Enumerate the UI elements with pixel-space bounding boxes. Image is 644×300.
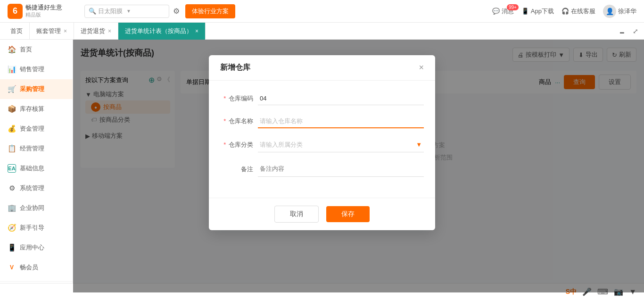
- modal-close-icon[interactable]: ×: [419, 63, 424, 73]
- search-dropdown-icon[interactable]: ▼: [126, 8, 131, 14]
- modal-body: * 仓库编码 * 仓库名称: [209, 81, 435, 198]
- sidebar-label-stock: 库存核算: [20, 105, 44, 113]
- app-label: App下载: [531, 7, 554, 16]
- experience-btn[interactable]: 体验行业方案: [185, 4, 235, 18]
- guide-icon: 🧭: [8, 224, 16, 232]
- sidebar-label-guide: 新手引导: [20, 224, 44, 232]
- vip-icon: V: [8, 263, 16, 272]
- form-row-name: * 仓库名称: [220, 115, 424, 128]
- name-label: * 仓库名称: [220, 117, 258, 125]
- tab-purchase-stat-label: 进货单统计表（按商品）: [125, 27, 192, 35]
- sidebar-label-sales: 销售管理: [20, 65, 44, 74]
- modal-new-warehouse: 新增仓库 × * 仓库编码 *: [209, 55, 435, 230]
- logo-area: 6 畅捷通好生意 精品版: [8, 4, 81, 19]
- tab-account-close[interactable]: ×: [64, 28, 67, 34]
- sidebar-item-vip[interactable]: V 畅会员: [0, 258, 73, 277]
- sidebar-label-home: 首页: [20, 45, 32, 54]
- user-name: 徐泽华: [618, 7, 636, 16]
- name-input[interactable]: [258, 115, 424, 128]
- user-btn[interactable]: 👤 徐泽华: [603, 5, 636, 18]
- cancel-button[interactable]: 取消: [274, 206, 319, 223]
- sidebar-label-basic: 基础信息: [20, 164, 44, 173]
- sidebar: 🏠 首页 📊 销售管理 🛒 采购管理 📦 库存核算 💰 资金管理 📋 经营管理 …: [0, 40, 73, 300]
- code-required: *: [223, 95, 226, 102]
- message-icon: 💬: [492, 8, 500, 15]
- search-bar[interactable]: 🔍 日太阳膜 ▼: [84, 5, 169, 18]
- modal-header: 新增仓库 ×: [209, 55, 435, 81]
- header-right: 💬 消息 99+ 📱 App下载 🎧 在线客服 👤 徐泽华: [492, 5, 636, 18]
- tab-home[interactable]: 首页: [4, 23, 30, 40]
- tab-purchase-return-close[interactable]: ×: [108, 28, 111, 34]
- sidebar-item-system[interactable]: ⚙ 系统管理: [0, 178, 73, 198]
- enterprise-icon: 🏢: [8, 204, 16, 212]
- sidebar-item-finance[interactable]: 💰 资金管理: [0, 119, 73, 139]
- sidebar-item-guide[interactable]: 🧭 新手引导: [0, 218, 73, 238]
- service-btn[interactable]: 🎧 在线客服: [561, 7, 595, 16]
- modal-footer: 取消 保存: [209, 198, 435, 230]
- category-required: *: [223, 141, 226, 148]
- sidebar-item-app[interactable]: 📱 应用中心: [0, 238, 73, 258]
- logo-title: 畅捷通好生意: [25, 4, 62, 12]
- form-row-category: * 仓库分类 请输入所属分类 ▼: [220, 138, 424, 152]
- operation-icon: 📋: [8, 144, 16, 153]
- purchase-icon: 🛒: [8, 85, 16, 93]
- code-label: * 仓库编码: [220, 94, 258, 103]
- basic-icon: EA: [8, 164, 16, 173]
- tab-purchase-stat[interactable]: 进货单统计表（按商品） ×: [118, 23, 206, 40]
- sidebar-item-stock[interactable]: 📦 库存核算: [0, 99, 73, 119]
- search-icon: 🔍: [89, 8, 96, 15]
- sidebar-label-operation: 经营管理: [20, 144, 44, 153]
- system-icon: ⚙: [8, 184, 16, 192]
- tab-minimize-icon[interactable]: 🗕: [617, 25, 627, 37]
- category-placeholder: 请输入所属分类: [260, 141, 303, 149]
- tab-account-label: 账套管理: [36, 27, 61, 35]
- tab-expand-icon[interactable]: ⤢: [631, 25, 640, 37]
- category-select[interactable]: 请输入所属分类 ▼: [258, 138, 424, 152]
- service-label: 在线客服: [571, 7, 595, 16]
- sidebar-label-finance: 资金管理: [20, 125, 44, 133]
- sidebar-item-enterprise[interactable]: 🏢 企业协同: [0, 198, 73, 218]
- sidebar-label-app: 应用中心: [20, 243, 44, 252]
- form-row-code: * 仓库编码: [220, 92, 424, 105]
- modal-title: 新增仓库: [220, 63, 250, 73]
- sidebar-item-basic[interactable]: EA 基础信息: [0, 158, 73, 178]
- code-input[interactable]: [258, 92, 424, 105]
- tab-home-label: 首页: [10, 27, 23, 35]
- remark-label: 备注: [220, 165, 258, 174]
- message-btn[interactable]: 💬 消息 99+: [492, 7, 514, 16]
- tab-bar: 首页 账套管理 × 进货退货 × 进货单统计表（按商品） × 🗕 ⤢: [0, 23, 644, 40]
- tab-purchase-return[interactable]: 进货退货 ×: [74, 23, 118, 40]
- gear-icon[interactable]: ⚙: [173, 7, 180, 16]
- form-row-remark: 备注: [220, 162, 424, 177]
- tab-account[interactable]: 账套管理 ×: [30, 23, 74, 40]
- top-header: 6 畅捷通好生意 精品版 🔍 日太阳膜 ▼ ⚙ 体验行业方案 💬 消息 99+ …: [0, 0, 644, 23]
- sidebar-item-operation[interactable]: 📋 经营管理: [0, 139, 73, 158]
- app-icon: 📱: [521, 8, 529, 15]
- tab-purchase-return-label: 进货退货: [81, 27, 105, 35]
- logo-icon: 6: [8, 4, 23, 19]
- sidebar-item-purchase[interactable]: 🛒 采购管理: [0, 79, 73, 99]
- tab-right-controls: 🗕 ⤢: [617, 25, 640, 37]
- save-button[interactable]: 保存: [326, 206, 370, 222]
- app-center-icon: 📱: [8, 243, 16, 252]
- name-required: *: [223, 117, 226, 125]
- main-layout: 🏠 首页 📊 销售管理 🛒 采购管理 📦 库存核算 💰 资金管理 📋 经营管理 …: [0, 40, 644, 300]
- category-label: * 仓库分类: [220, 141, 258, 149]
- content-area: 进货单统计(按商品) 🖨 按模板打印 ▼ ⬇ 导出 ↻ 刷新: [73, 40, 644, 300]
- category-dropdown-icon: ▼: [416, 141, 422, 148]
- app-download-btn[interactable]: 📱 App下载: [521, 7, 554, 16]
- finance-icon: 💰: [8, 125, 16, 133]
- modal-overlay: 新增仓库 × * 仓库编码 *: [73, 40, 644, 292]
- remark-textarea[interactable]: [258, 162, 424, 177]
- sidebar-item-home[interactable]: 🏠 首页: [0, 40, 73, 59]
- headset-icon: 🎧: [561, 8, 569, 15]
- search-text: 日太阳膜: [98, 7, 123, 16]
- logo-sub: 精品版: [25, 11, 62, 18]
- sidebar-item-sales[interactable]: 📊 销售管理: [0, 59, 73, 79]
- stock-icon: 📦: [8, 105, 16, 113]
- sidebar-label-enterprise: 企业协同: [20, 204, 44, 212]
- tab-purchase-stat-close[interactable]: ×: [195, 28, 198, 34]
- home-icon: 🏠: [8, 45, 16, 54]
- sidebar-label-purchase: 采购管理: [20, 85, 44, 93]
- message-badge: 99+: [507, 4, 519, 10]
